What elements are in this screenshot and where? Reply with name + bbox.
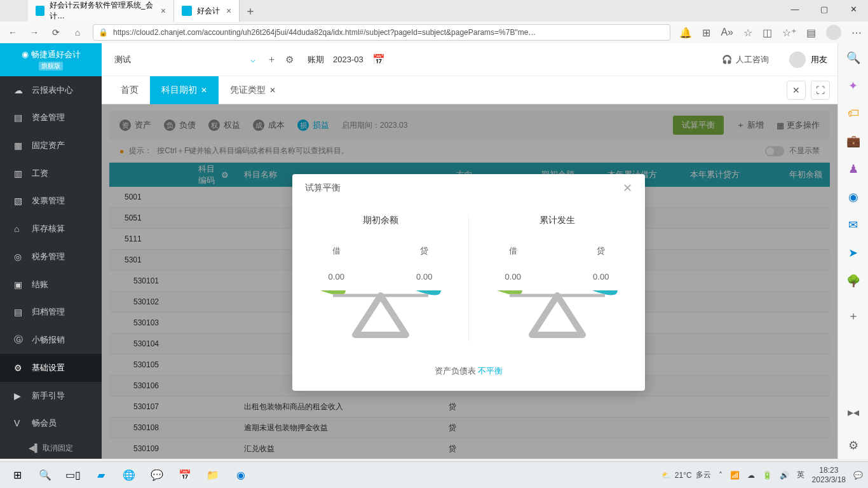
closing-icon: ▣ <box>14 280 24 290</box>
sidebar-item-guide[interactable]: ▶新手引导 <box>0 382 102 410</box>
calendar-icon[interactable]: 📅 <box>372 53 385 65</box>
tab-title: 好会计 <box>197 6 220 17</box>
search-button[interactable]: 🔍 <box>33 465 57 485</box>
panel-title: 累计发生 <box>539 215 575 226</box>
title-bar: 好会计云财务软件管理系统_会计… × 好会计 × ＋ — ▢ ✕ <box>0 0 868 22</box>
edge-sidebar: 🔍 ✦ 🏷 💼 ♟ ◉ ✉ ➤ 🌳 ＋ ▸◂ ⚙ <box>837 43 868 459</box>
tab-home[interactable]: 首页 <box>109 76 150 104</box>
taskview-button[interactable]: ▭▯ <box>61 465 85 485</box>
app-icon[interactable]: ▰ <box>89 465 113 485</box>
tab-title: 好会计云财务软件管理系统_会计… <box>50 0 154 22</box>
refresh-icon[interactable]: ⟳ <box>50 27 62 37</box>
gear-icon: ⚙ <box>14 363 24 373</box>
maximize-button[interactable]: ▢ <box>810 0 839 19</box>
edge-ai-icon[interactable]: ✦ <box>848 79 858 93</box>
archive-icon: ▤ <box>14 307 24 317</box>
notification-icon[interactable]: 🔔 <box>679 27 692 39</box>
clock[interactable]: 18:23 2023/3/18 <box>812 466 846 484</box>
modal-close-button[interactable]: ✕ <box>623 181 632 195</box>
forward-icon[interactable]: → <box>28 27 41 37</box>
cloud-icon[interactable]: ☁ <box>747 471 755 480</box>
user-badge[interactable]: 用友 <box>789 51 827 68</box>
org-selector[interactable]: 测试 ⌵ <box>112 50 258 69</box>
split-icon[interactable]: ◫ <box>763 27 772 39</box>
chrome-icon[interactable]: 🌐 <box>117 465 141 485</box>
sidebar-item-settings[interactable]: ⚙基础设置 <box>0 354 102 382</box>
wallet-icon[interactable]: ▤ <box>806 27 816 39</box>
sidebar-item-archive[interactable]: ▤归档管理 <box>0 299 102 327</box>
browser-tab-1[interactable]: 好会计云财务软件管理系统_会计… × <box>28 0 174 22</box>
tray-chevron-icon[interactable]: ˄ <box>719 471 722 480</box>
sidebar-item-member[interactable]: V畅会员 <box>0 410 102 438</box>
tab-close-icon[interactable]: × <box>161 6 166 16</box>
favorites-icon[interactable]: ☆ <box>743 27 752 39</box>
edge-search-icon[interactable]: 🔍 <box>846 51 860 65</box>
menu-icon[interactable]: ⋯ <box>851 27 862 39</box>
volume-icon[interactable]: 🔊 <box>780 471 789 480</box>
minimize-button[interactable]: — <box>780 0 810 19</box>
extensions-icon[interactable]: ⊞ <box>702 27 710 39</box>
browser-tab-2[interactable]: 好会计 × <box>174 0 240 22</box>
sidebar-item-inventory[interactable]: ⌂库存核算 <box>0 215 102 243</box>
edge-add-icon[interactable]: ＋ <box>848 308 859 323</box>
url-input[interactable]: 🔒 https://cloud2.chanjet.com/accounting/… <box>93 24 670 41</box>
sidebar-item-expense[interactable]: Ⓖ小畅报销 <box>0 326 102 354</box>
ime-indicator[interactable]: 英 <box>797 470 804 480</box>
sidebar-collapse[interactable]: ◀▌取消固定 <box>0 437 102 459</box>
invoice-icon: ▧ <box>14 196 24 206</box>
close-button[interactable]: ✕ <box>839 0 868 19</box>
wifi-icon[interactable]: 📶 <box>730 471 740 480</box>
org-settings-button[interactable]: ⚙ <box>285 54 294 65</box>
panel-opening-balance: 期初余额 借贷 0.000.00 <box>292 215 469 341</box>
back-icon[interactable]: ← <box>6 27 19 37</box>
unbalanced-link[interactable]: 不平衡 <box>478 366 503 376</box>
notifications-icon[interactable]: 💬 <box>853 471 863 480</box>
read-aloud-icon[interactable]: A» <box>721 27 733 38</box>
calendar-app-icon[interactable]: 📅 <box>173 465 197 485</box>
tab-close-icon[interactable]: × <box>226 6 231 16</box>
sidebar-logo[interactable]: ◉畅捷通好会计 旗舰版 <box>0 43 102 76</box>
battery-icon[interactable]: 🔋 <box>763 471 772 480</box>
edge-wallet-icon[interactable]: 💼 <box>846 134 860 148</box>
sidebar-item-funds[interactable]: ▤资金管理 <box>0 104 102 132</box>
tab-favicon-icon <box>36 6 44 16</box>
balance-scale-icon <box>311 284 451 341</box>
edge-games-icon[interactable]: ♟ <box>848 162 858 176</box>
edge-edge-icon[interactable]: ◉ <box>848 190 858 204</box>
sidebar-item-invoice[interactable]: ▧发票管理 <box>0 187 102 215</box>
edge-settings-icon[interactable]: ▸◂ <box>848 405 859 419</box>
consult-button[interactable]: 🎧人工咨询 <box>722 54 769 65</box>
tab-close-icon[interactable]: ✕ <box>269 86 276 95</box>
start-button[interactable]: ⊞ <box>5 465 29 485</box>
sidebar-item-salary[interactable]: ▥工资 <box>0 159 102 187</box>
headset-icon: 🎧 <box>722 55 732 64</box>
weather-widget[interactable]: ⛅ 21°C 多云 <box>661 470 711 480</box>
sidebar-item-assets[interactable]: ▦固定资产 <box>0 132 102 159</box>
close-all-button[interactable]: ✕ <box>787 81 806 100</box>
home-icon[interactable]: ⌂ <box>71 27 84 37</box>
window-controls: — ▢ ✕ <box>780 0 868 19</box>
tab-close-icon[interactable]: ✕ <box>201 86 207 95</box>
fullscreen-button[interactable]: ⛶ <box>811 81 830 100</box>
edge-icon[interactable]: ◉ <box>229 465 253 485</box>
tab-subject[interactable]: 科目期初✕ <box>150 76 219 104</box>
edge-shopping-icon[interactable]: 🏷 <box>848 107 859 120</box>
edge-hide-icon[interactable]: ⚙ <box>848 438 858 452</box>
edge-outlook-icon[interactable]: ✉ <box>848 218 858 232</box>
user-avatar-icon <box>789 51 806 68</box>
new-tab-button[interactable]: ＋ <box>240 3 261 18</box>
tax-icon: ◎ <box>14 252 24 262</box>
tab-favicon-icon <box>182 6 192 16</box>
wechat-icon[interactable]: 💬 <box>145 465 169 485</box>
add-org-button[interactable]: ＋ <box>267 53 276 65</box>
edge-send-icon[interactable]: ➤ <box>848 246 858 260</box>
funds-icon: ▤ <box>14 112 24 123</box>
profile-avatar[interactable] <box>826 25 841 40</box>
sidebar-item-tax[interactable]: ◎税务管理 <box>0 243 102 271</box>
sidebar-item-report[interactable]: ☁云报表中心 <box>0 76 102 104</box>
tab-voucher[interactable]: 凭证类型✕ <box>219 76 287 104</box>
explorer-icon[interactable]: 📁 <box>201 465 225 485</box>
edge-tree-icon[interactable]: 🌳 <box>846 274 860 288</box>
sidebar-item-closing[interactable]: ▣结账 <box>0 271 102 299</box>
collections-icon[interactable]: ☆⁺ <box>782 27 796 39</box>
